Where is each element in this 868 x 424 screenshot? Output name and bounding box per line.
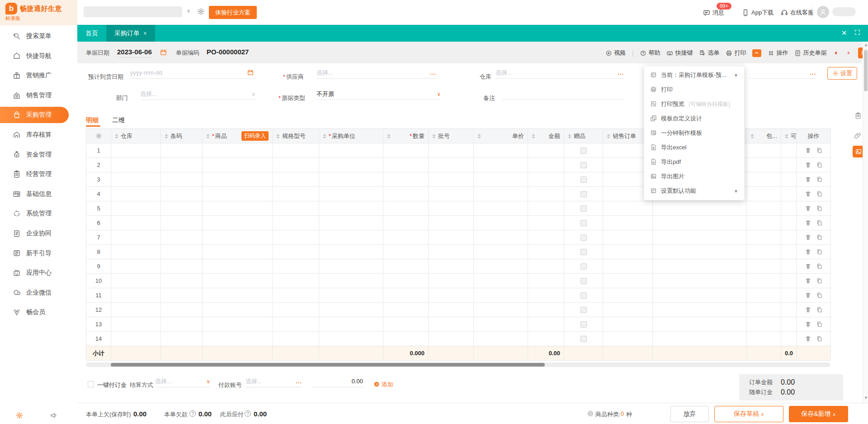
print-menu-item-9[interactable]: 设置默认功能▼ [644,184,744,198]
cell-amount[interactable] [528,216,564,230]
cell-ops[interactable] [797,216,831,230]
cell-idx[interactable]: 8 [86,245,111,259]
delete-row-icon[interactable] [805,262,811,270]
delete-row-icon[interactable] [805,335,811,343]
cell-ops[interactable] [797,274,831,288]
sidebar-item-2[interactable]: 快捷导航 [0,48,69,64]
cell-product[interactable] [203,187,273,201]
gift-checkbox[interactable] [580,292,587,299]
cell-warehouse[interactable] [111,288,161,303]
cell-product[interactable] [203,317,273,332]
cell-available[interactable] [781,216,797,230]
sort-carets-icon[interactable] [206,134,210,138]
cell-hidden[interactable] [653,288,747,303]
cell-barcode[interactable] [161,216,203,230]
cell-unit[interactable] [319,230,383,245]
cell-qty[interactable] [383,288,429,303]
help-circle-icon[interactable]: ? [245,410,251,417]
delete-row-icon[interactable] [805,306,811,314]
cell-available[interactable] [781,201,797,216]
cell-price[interactable] [474,245,528,259]
cell-qty[interactable] [383,317,429,332]
vertical-scrollbar[interactable]: ▲ ▼ [863,42,868,403]
cell-spec[interactable] [273,216,319,230]
cell-qty[interactable] [383,216,429,230]
copy-row-icon[interactable] [816,262,823,270]
print-menu-item-3[interactable]: 打印预览(可编辑当前模板) [644,97,744,111]
cell-unit[interactable] [319,245,383,259]
cell-barcode[interactable] [161,245,203,259]
calendar-icon[interactable] [160,48,167,56]
history-button[interactable]: 历史单据 [794,49,826,57]
company-select-blurred[interactable] [84,6,182,17]
header-cell-package[interactable]: 包... [747,129,781,143]
tab-home[interactable]: 首页 [77,25,106,42]
save-draft-button[interactable]: 保存草稿 ∧ [714,406,783,422]
scan-input-button[interactable]: 扫码录入 [241,131,269,141]
gift-checkbox[interactable] [580,263,587,270]
cell-qty[interactable] [383,201,429,216]
cell-available[interactable] [781,172,797,187]
print-menu-toggle[interactable] [752,49,761,57]
cell-unit[interactable] [319,158,383,172]
cell-available[interactable] [781,259,797,274]
cell-qty[interactable] [383,259,429,274]
copy-row-icon[interactable] [816,147,823,154]
cell-product[interactable] [203,288,273,303]
chevron-down-icon[interactable]: ▼ [186,8,191,14]
cell-idx[interactable]: 2 [86,158,111,172]
cell-amount[interactable] [528,288,564,303]
header-cell-amount[interactable]: 金额 [528,129,564,143]
help-circle-icon[interactable]: ? [189,410,196,417]
gift-checkbox[interactable] [580,191,587,197]
cell-batch[interactable] [429,143,474,158]
header-cell-available[interactable]: 可用库存 [781,129,797,143]
header-cell-idx[interactable] [86,129,111,143]
expected-date-field[interactable]: yyyy-mm-dd [130,67,254,79]
cell-warehouse[interactable] [111,245,161,259]
cell-unit[interactable] [319,172,383,187]
header-cell-gift[interactable]: 赠品 [564,129,603,143]
cell-gift[interactable] [564,317,603,332]
discard-button[interactable]: 放弃 [670,406,709,422]
cell-package[interactable] [747,332,781,346]
hotkey-button[interactable]: 快捷键 [666,49,693,57]
cell-amount[interactable] [528,201,564,216]
cell-product[interactable] [203,332,273,346]
cell-sales_order[interactable] [603,332,653,346]
cell-qty[interactable] [383,187,429,201]
cell-hidden[interactable] [653,332,747,346]
copy-row-icon[interactable] [816,277,823,285]
fullscreen-icon[interactable] [854,29,861,36]
delete-row-icon[interactable] [805,233,811,241]
cell-idx[interactable]: 7 [86,230,111,245]
cell-gift[interactable] [564,143,603,158]
sort-carets-icon[interactable] [276,134,280,138]
tab-two-dim[interactable]: 二维 [112,116,125,124]
cell-hidden[interactable] [653,216,747,230]
cell-batch[interactable] [429,201,474,216]
copy-row-icon[interactable] [816,219,823,227]
cell-product[interactable] [203,303,273,317]
cell-batch[interactable] [429,187,474,201]
cell-hidden[interactable] [653,259,747,274]
header-cell-ops[interactable]: 操作 [797,129,831,143]
cell-package[interactable] [747,274,781,288]
cell-batch[interactable] [429,172,474,187]
cell-unit[interactable] [319,332,383,346]
cell-idx[interactable]: 9 [86,259,111,274]
sort-carets-icon[interactable] [432,134,436,138]
cell-package[interactable] [747,259,781,274]
cell-product[interactable] [203,172,273,187]
cell-unit[interactable] [319,303,383,317]
cell-ops[interactable] [797,143,831,158]
cell-gift[interactable] [564,230,603,245]
delete-row-icon[interactable] [805,161,811,169]
cell-qty[interactable] [383,274,429,288]
delete-row-icon[interactable] [805,320,811,328]
cell-spec[interactable] [273,187,319,201]
sort-carets-icon[interactable] [785,134,788,138]
cell-gift[interactable] [564,332,603,346]
cell-spec[interactable] [273,288,319,303]
sidebar-item-15[interactable]: 畅会员 [0,304,69,320]
